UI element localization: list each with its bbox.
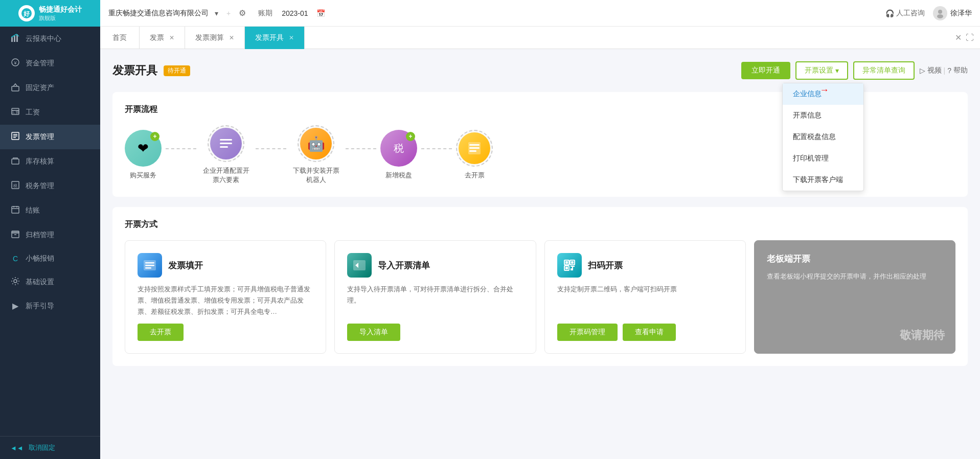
settings-btn[interactable]: 开票设置 ▾ xyxy=(795,61,848,80)
settings-sidebar-icon xyxy=(10,277,20,288)
sidebar-item-archive[interactable]: 归档管理 xyxy=(0,223,100,247)
activate-btn[interactable]: 立即开通 xyxy=(741,62,790,79)
connector-1 xyxy=(166,148,196,162)
user-avatar-icon xyxy=(933,6,947,20)
step-download-icon-border: 🤖 xyxy=(298,125,334,162)
calendar-icon[interactable]: 📅 xyxy=(316,9,325,17)
svg-rect-9 xyxy=(12,86,19,91)
svg-rect-34 xyxy=(469,150,476,152)
user-area[interactable]: 徐泽华 xyxy=(933,6,972,20)
svg-rect-38 xyxy=(145,267,151,269)
tax-icon: 税 xyxy=(10,180,20,192)
red-arrow-indicator: → xyxy=(820,85,829,96)
xiaochang-icon: C xyxy=(10,255,20,263)
page-title: 发票开具 xyxy=(112,63,157,78)
tab-invoice-open-close[interactable]: ✕ xyxy=(289,34,294,41)
sidebar: 云报表中心 ¥ 资金管理 固定资产 工资 xyxy=(0,27,100,459)
tab-invoice-calc-label: 发票测算 xyxy=(195,33,224,42)
svg-rect-29 xyxy=(220,143,232,144)
fund-icon: ¥ xyxy=(10,58,20,69)
connector-3 xyxy=(346,148,376,162)
tab-close-icon[interactable]: ✕ xyxy=(955,33,962,42)
step-buy-icon: ❤ + xyxy=(125,130,162,167)
status-badge: 待开通 xyxy=(164,65,190,76)
tab-home[interactable]: 首页 xyxy=(100,27,140,49)
sidebar-item-asset[interactable]: 固定资产 xyxy=(0,76,100,100)
exception-btn[interactable]: 异常清单查询 xyxy=(853,61,915,80)
step-open-label: 去开票 xyxy=(465,171,485,180)
view-apply-btn[interactable]: 查看申请 xyxy=(623,324,676,341)
play-icon: ▷ xyxy=(920,66,925,75)
svg-rect-28 xyxy=(220,139,232,141)
help-label: 帮助 xyxy=(953,66,968,75)
question-icon: ? xyxy=(947,66,951,75)
step-add-disk-icon: 税 + xyxy=(380,130,417,167)
sidebar-item-settings[interactable]: 基础设置 xyxy=(0,270,100,294)
pin-icon: ◄◄ xyxy=(10,444,24,452)
card-scan-title: 扫码开票 xyxy=(588,260,623,271)
company-name[interactable]: 重庆畅捷交通信息咨询有限公司 xyxy=(108,9,209,18)
sidebar-item-settle[interactable]: 结账 xyxy=(0,198,100,223)
fill-invoice-btn[interactable]: 去开票 xyxy=(138,324,184,341)
dropdown-item-tax-disk[interactable]: 配置税盘信息 xyxy=(783,126,863,148)
asset-icon xyxy=(10,82,20,94)
sidebar-label-inventory: 库存核算 xyxy=(26,157,54,166)
card-import-icon xyxy=(347,253,372,278)
sidebar-item-invoice[interactable]: 发票管理 xyxy=(0,125,100,149)
svg-rect-39 xyxy=(353,260,366,270)
dropdown-item-printer[interactable]: 打印机管理 xyxy=(783,148,863,169)
sidebar-item-report[interactable]: 云报表中心 xyxy=(0,27,100,51)
method-card-boss: 老板端开票 查看老板端小程序提交的开票申请，并作出相应的处理 敬请期待 xyxy=(754,240,955,354)
sidebar-item-salary[interactable]: 工资 工资 xyxy=(0,100,100,125)
sidebar-pinned[interactable]: ◄◄ 取消固定 xyxy=(0,436,100,459)
tab-expand-icon[interactable]: ⛶ xyxy=(966,33,974,42)
dropdown-item-download-client[interactable]: 下载开票客户端 xyxy=(783,169,863,191)
company-dropdown-arrow[interactable]: ▾ xyxy=(215,9,218,17)
sidebar-label-settle: 结账 xyxy=(26,206,40,215)
tab-invoice-calc[interactable]: 发票测算 ✕ xyxy=(185,27,245,49)
sidebar-item-tax[interactable]: 税 税务管理 xyxy=(0,174,100,198)
sidebar-item-fund[interactable]: ¥ 资金管理 xyxy=(0,51,100,76)
guide-icon: ▶ xyxy=(10,301,20,311)
tab-invoice-calc-close[interactable]: ✕ xyxy=(229,34,234,41)
method-card-import: 导入开票清单 支持导入待开票清单，可对待开票清单进行拆分、合并处理。 导入清单 xyxy=(334,240,536,354)
svg-text:¥: ¥ xyxy=(13,60,17,65)
divider: | xyxy=(944,66,946,75)
flow-step-add-disk: 税 + 新增税盘 xyxy=(380,130,417,180)
sidebar-item-guide[interactable]: ▶ 新手引导 xyxy=(0,294,100,317)
settings-btn-label: 开票设置 xyxy=(805,66,833,75)
settings-gear-icon[interactable]: ⚙ xyxy=(239,8,246,18)
service-btn[interactable]: 🎧 人工咨询 xyxy=(885,9,925,18)
qr-manage-btn[interactable]: 开票码管理 xyxy=(557,324,618,341)
user-name: 徐泽华 xyxy=(950,9,972,18)
sidebar-label-archive: 归档管理 xyxy=(26,231,54,240)
top-bar: 重庆畅捷交通信息咨询有限公司 ▾ + ⚙ 账期 2023-01 📅 🎧 人工咨询… xyxy=(100,0,980,27)
dropdown-item-invoice-info[interactable]: 开票信息 xyxy=(783,105,863,126)
step-open-icon-border xyxy=(456,130,493,167)
sidebar-item-report2[interactable]: C 小畅报销 xyxy=(0,247,100,270)
svg-rect-48 xyxy=(571,268,573,270)
tab-invoice-open[interactable]: 发票开具 ✕ xyxy=(245,27,305,49)
step-config-icon-border xyxy=(208,125,244,162)
svg-rect-36 xyxy=(145,262,154,264)
sidebar-label-fund: 资金管理 xyxy=(26,59,54,68)
svg-rect-20 xyxy=(12,206,19,213)
tab-invoice[interactable]: 发票 ✕ xyxy=(140,27,185,49)
logo-icon: 好 xyxy=(18,5,35,21)
card-boss-header: 老板端开票 xyxy=(767,253,943,265)
methods-title: 开票方式 xyxy=(125,219,955,230)
svg-rect-44 xyxy=(571,261,574,264)
sidebar-item-inventory[interactable]: 库存核算 xyxy=(0,149,100,174)
import-list-btn[interactable]: 导入清单 xyxy=(347,324,400,341)
video-btn[interactable]: ▷ 视频 | ? 帮助 xyxy=(920,66,968,75)
archive-icon xyxy=(10,230,20,241)
card-import-desc: 支持导入待开票清单，可对待开票清单进行拆分、合并处理。 xyxy=(347,284,523,317)
card-import-title: 导入开票清单 xyxy=(378,260,430,271)
method-cards: 发票填开 支持按照发票样式手工填开发票；可开具增值税电子普通发票、增值税普通发票… xyxy=(125,240,955,354)
tab-home-label: 首页 xyxy=(112,33,127,42)
card-fill-icon xyxy=(138,253,162,278)
flow-step-config: 企业开通配置开票六要素 xyxy=(200,125,252,185)
svg-rect-45 xyxy=(565,267,568,269)
tab-invoice-close[interactable]: ✕ xyxy=(169,34,174,41)
svg-point-27 xyxy=(14,280,17,283)
